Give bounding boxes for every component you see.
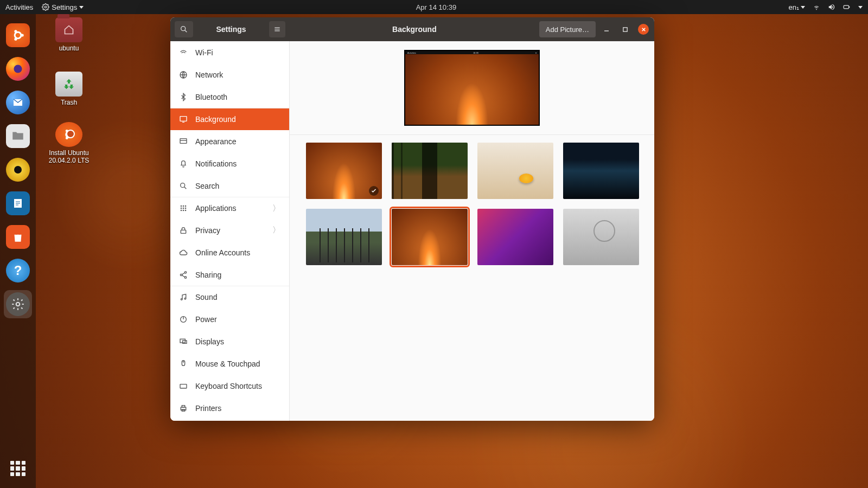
clock[interactable]: Apr 14 10:39 (84, 3, 788, 11)
add-picture-button[interactable]: Add Picture… (539, 21, 596, 37)
dock-firefox[interactable] (4, 55, 32, 83)
activities-button[interactable]: Activities (5, 3, 33, 11)
sidebar-item-search[interactable]: Search (170, 175, 289, 197)
battery-icon[interactable] (843, 3, 851, 11)
wallpaper-option-1[interactable] (306, 143, 382, 199)
desktop-install-ubuntu[interactable]: Install Ubuntu20.04.2.0 LTS (44, 122, 93, 164)
svg-point-38 (181, 210, 182, 211)
svg-point-5 (14, 30, 17, 33)
chevron-down-icon (79, 6, 84, 9)
svg-point-37 (185, 208, 186, 209)
svg-rect-55 (180, 384, 187, 388)
maximize-button[interactable] (620, 24, 630, 35)
sidebar-item-mouse-touchpad[interactable]: Mouse & Touchpad (170, 352, 289, 375)
desktop-home-folder[interactable]: ubuntu (44, 17, 93, 52)
wallpaper-option-6[interactable] (392, 209, 468, 265)
recycle-icon (63, 78, 75, 90)
close-button[interactable] (638, 24, 649, 35)
sidebar-item-keyboard-shortcuts[interactable]: Keyboard Shortcuts (170, 375, 289, 397)
search-button[interactable] (175, 21, 193, 37)
shortcut-arrow-icon (66, 130, 75, 138)
svg-rect-1 (844, 5, 848, 9)
svg-point-48 (184, 298, 186, 299)
chevron-down-icon[interactable] (858, 6, 863, 9)
sidebar-item-background[interactable]: Background (170, 108, 289, 130)
ubuntu-icon (10, 28, 25, 43)
desktop-trash[interactable]: Trash (44, 72, 93, 106)
settings-sidebar: Wi-Fi Network Bluetooth Background Appea… (170, 41, 290, 421)
wallpaper-option-8[interactable] (563, 209, 639, 265)
wallpaper-option-5[interactable] (306, 209, 382, 265)
wallpaper-option-7[interactable] (477, 209, 553, 265)
svg-point-40 (185, 210, 186, 211)
sidebar-item-network[interactable]: Network (170, 63, 289, 86)
sidebar-item-notifications[interactable]: Notifications (170, 152, 289, 175)
svg-line-46 (182, 275, 184, 277)
svg-point-33 (183, 206, 184, 207)
svg-point-4 (21, 34, 24, 36)
dock-help[interactable]: ? (4, 256, 32, 285)
svg-point-7 (14, 65, 22, 73)
sidebar-item-printers[interactable]: Printers (170, 397, 289, 419)
hamburger-menu[interactable] (269, 21, 285, 37)
svg-rect-28 (180, 138, 187, 143)
volume-icon[interactable] (828, 3, 835, 11)
sidebar-item-sharing[interactable]: Sharing (170, 264, 289, 286)
chevron-right-icon: 〉 (272, 203, 280, 214)
close-icon (641, 27, 647, 33)
wallpaper-option-2[interactable] (392, 143, 468, 199)
dock-software[interactable] (4, 223, 32, 251)
svg-point-34 (185, 206, 186, 207)
svg-line-18 (185, 30, 187, 33)
sidebar-item-wifi[interactable]: Wi-Fi (170, 41, 289, 63)
document-icon (11, 197, 24, 210)
minimize-button[interactable] (601, 24, 612, 35)
sidebar-item-displays[interactable]: Displays (170, 330, 289, 352)
minimize-icon (603, 26, 610, 33)
speaker-icon (14, 166, 22, 174)
sidebar-title: Settings (193, 25, 269, 34)
svg-rect-60 (182, 405, 184, 407)
search-icon (180, 25, 188, 34)
dock-writer[interactable] (4, 189, 32, 217)
sidebar-item-power[interactable]: Power (170, 308, 289, 330)
gear-icon (11, 297, 25, 311)
selected-check-icon (369, 186, 379, 196)
svg-point-17 (181, 27, 186, 31)
sidebar-item-online-accounts[interactable]: Online Accounts (170, 241, 289, 264)
mail-icon (11, 96, 24, 109)
svg-point-12 (16, 303, 20, 306)
home-icon (63, 24, 74, 35)
dock-files[interactable] (4, 122, 32, 150)
sidebar-item-privacy[interactable]: Privacy〉 (170, 219, 289, 241)
svg-line-45 (182, 273, 184, 274)
sidebar-item-sound[interactable]: Sound (170, 286, 289, 308)
firefox-icon (11, 62, 25, 76)
chevron-right-icon: 〉 (272, 225, 280, 235)
dock-ubuntu-logo[interactable] (4, 21, 32, 49)
top-bar: Activities Settings Apr 14 10:39 en₁ (0, 0, 868, 14)
show-applications[interactable] (4, 454, 32, 483)
dock-thunderbird[interactable] (4, 88, 32, 117)
sidebar-item-appearance[interactable]: Appearance (170, 130, 289, 152)
sidebar-item-bluetooth[interactable]: Bluetooth (170, 86, 289, 108)
dock: ? (0, 14, 36, 488)
input-source-indicator[interactable]: en₁ (789, 3, 805, 11)
wallpaper-option-4[interactable] (563, 143, 639, 199)
network-icon[interactable] (813, 3, 820, 11)
question-icon: ? (14, 263, 22, 278)
sidebar-item-applications[interactable]: Applications〉 (170, 197, 289, 219)
svg-rect-23 (623, 27, 627, 31)
svg-rect-41 (181, 230, 186, 233)
titlebar[interactable]: Settings Background Add Picture… (170, 17, 654, 41)
dock-settings[interactable] (4, 290, 32, 318)
dock-rhythmbox[interactable] (4, 156, 32, 184)
wallpaper-option-3[interactable] (477, 143, 553, 199)
svg-point-3 (15, 32, 21, 38)
svg-point-35 (181, 208, 182, 209)
background-content: Activities10:39▾ (290, 41, 654, 421)
app-menu[interactable]: Settings (42, 3, 84, 11)
chevron-down-icon (801, 6, 805, 9)
settings-window: Settings Background Add Picture… Wi-Fi N… (170, 17, 654, 421)
svg-point-6 (14, 38, 17, 41)
